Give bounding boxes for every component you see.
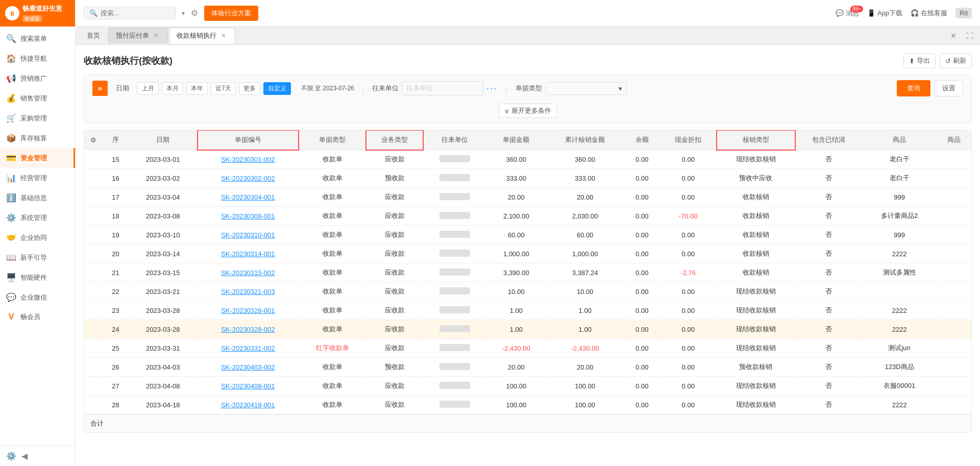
- sidebar-item-label: 企业协同: [20, 233, 47, 242]
- data-table: ⚙ 序 日期 单据编号 单据类型 业务类型 往来单位 单据金额 累计核销金额 余…: [84, 130, 972, 433]
- table-cell: 1.00: [486, 320, 546, 339]
- date-more-btn[interactable]: 更多: [239, 82, 260, 95]
- voucher-no-link[interactable]: SK-20230314-001: [221, 250, 275, 258]
- filter-expand-button[interactable]: »: [92, 81, 108, 96]
- headset-icon: 🎧: [911, 9, 919, 17]
- dropdown-arrow-icon[interactable]: ▾: [182, 10, 185, 17]
- tab-prepay-close-icon[interactable]: ✕: [152, 32, 160, 40]
- date-this-month-btn[interactable]: 本月: [162, 82, 183, 95]
- voucher-no-link[interactable]: SK-20230310-001: [221, 231, 275, 239]
- notification-badge: 99+: [850, 6, 863, 12]
- sidebar-item-sales[interactable]: 💰 销售管理: [0, 88, 75, 108]
- table-cell: 123D商品: [863, 358, 936, 377]
- sidebar-item-basic[interactable]: ℹ️ 基础信息: [0, 188, 75, 208]
- voucher-no-link[interactable]: SK-20230315-002: [221, 269, 275, 277]
- voucher-no-link[interactable]: SK-20230408-001: [221, 382, 275, 390]
- table-cell: 60.00: [486, 226, 546, 244]
- sidebar-item-operations[interactable]: 📊 经营管理: [0, 168, 75, 188]
- tab-collection[interactable]: 收款核销执行 ✕: [169, 28, 235, 43]
- notification-button[interactable]: 💬 消息 99+: [836, 9, 859, 18]
- date-this-year-btn[interactable]: 本年: [186, 82, 208, 95]
- table-scroll[interactable]: ⚙ 序 日期 单据编号 单据类型 业务类型 往来单位 单据金额 累计核销金额 余…: [84, 130, 971, 414]
- table-cell: 21: [103, 263, 129, 282]
- voucher-no-link[interactable]: SK-20230403-002: [221, 363, 275, 371]
- tab-expand-icon[interactable]: ⛶: [964, 30, 976, 42]
- table-cell: 28: [103, 396, 129, 414]
- sidebar-item-hardware[interactable]: 🖥️ 智能硬件: [0, 267, 75, 287]
- sidebar-item-guide[interactable]: 📖 新手引导: [0, 248, 75, 267]
- table-cell: [423, 339, 486, 358]
- table-cell: 否: [795, 188, 863, 207]
- sidebar-item-enterprise[interactable]: 🤝 企业协同: [0, 228, 75, 248]
- chevron-down-icon: ▾: [619, 85, 622, 92]
- expand-more-button[interactable]: ∨ 展开更多条件: [499, 104, 557, 118]
- table-cell: 0.00: [624, 320, 659, 339]
- collapse-icon[interactable]: ◀: [21, 451, 28, 461]
- table-cell: 测试多属性: [863, 263, 936, 282]
- refresh-button[interactable]: ↺ 刷新: [940, 53, 972, 68]
- setting-button[interactable]: 设置: [935, 80, 963, 96]
- table-cell: 360.00: [546, 150, 624, 169]
- table-cell: [84, 301, 103, 320]
- chevron-down-icon: ∨: [504, 107, 509, 115]
- col-writeoff-type-header: 核销类型: [717, 130, 795, 150]
- sidebar-item-label: 企业微信: [20, 293, 47, 302]
- sidebar-item-system[interactable]: ⚙️ 系统管理: [0, 208, 75, 228]
- tab-bar: 首页 预付应付单 ✕ 收款核销执行 ✕ ✕ ⛶: [76, 27, 980, 45]
- sidebar-item-inventory[interactable]: 📦 库存核算: [0, 128, 75, 148]
- counterpart-more-icon[interactable]: ···: [486, 83, 497, 94]
- table-cell: [423, 396, 486, 414]
- blurred-value: [439, 155, 470, 162]
- voucher-no-link[interactable]: SK-20230418-001: [221, 401, 275, 409]
- tab-prepay[interactable]: 预付应付单 ✕: [108, 28, 168, 43]
- export-button[interactable]: ⬆ 导出: [903, 53, 936, 68]
- sidebar-item-member[interactable]: V 畅会员: [0, 307, 75, 327]
- col-gear-header[interactable]: ⚙: [84, 130, 103, 150]
- voucher-no-link[interactable]: SK-20230302-002: [221, 175, 275, 182]
- sidebar-item-wechat[interactable]: 💬 企业微信: [0, 287, 75, 307]
- user-avatar[interactable]: Rit: [955, 8, 972, 18]
- sidebar-item-quicknav[interactable]: 🏠 快捷导航: [0, 48, 75, 68]
- table-cell: 应收款: [366, 244, 423, 263]
- solution-button[interactable]: 体验行业方案: [204, 6, 258, 21]
- voucher-no-link[interactable]: SK-20230308-001: [221, 212, 275, 220]
- app-download-button[interactable]: 📱 App下载: [867, 9, 902, 18]
- table-cell: 2,030.00: [546, 207, 624, 226]
- voucher-type-select[interactable]: ▾: [545, 82, 627, 95]
- tab-home[interactable]: 首页: [80, 28, 107, 43]
- table-cell: 3,387.24: [546, 263, 624, 282]
- sidebar-item-marketing[interactable]: 📢 营销推广: [0, 68, 75, 88]
- col-balance-header: 余额: [624, 130, 659, 150]
- search-input[interactable]: [101, 9, 170, 17]
- settings-icon[interactable]: ⚙️: [6, 451, 16, 461]
- counterpart-input[interactable]: 往来单位: [402, 81, 483, 95]
- date-prev-month-btn[interactable]: 上月: [137, 82, 159, 95]
- table-cell: 现结收款核销: [717, 320, 795, 339]
- voucher-no-link[interactable]: SK-20230301-002: [221, 156, 275, 163]
- table-cell: 预收中应收: [717, 169, 795, 188]
- tab-collection-close-icon[interactable]: ✕: [219, 32, 228, 40]
- voucher-no-link[interactable]: SK-20230321-003: [221, 288, 275, 296]
- wechat-icon: 💬: [6, 292, 16, 302]
- date-7days-btn[interactable]: 近7天: [211, 82, 236, 95]
- sidebar-item-search[interactable]: 🔍 搜索菜单: [0, 29, 75, 48]
- table-cell: 应收款: [366, 207, 423, 226]
- table-row: 162023-03-02SK-20230302-002收款单预收款333.003…: [84, 169, 971, 188]
- online-service-button[interactable]: 🎧 在线客服: [911, 9, 947, 18]
- query-button[interactable]: 查询: [897, 80, 930, 96]
- sidebar-item-purchase[interactable]: 🛒 采购管理: [0, 108, 75, 128]
- voucher-no-link[interactable]: SK-20230328-002: [221, 326, 275, 333]
- table-cell: 衣服00001: [863, 377, 936, 396]
- table-cell: 2023-03-21: [129, 282, 198, 301]
- table-cell: 2222: [863, 396, 936, 414]
- sidebar-item-finance[interactable]: 💳 资金管理: [0, 148, 75, 168]
- table-cell: [423, 358, 486, 377]
- table-cell: 0.00: [624, 226, 659, 244]
- voucher-no-link[interactable]: SK-20230328-001: [221, 307, 275, 314]
- voucher-no-link[interactable]: SK-20230304-001: [221, 193, 275, 201]
- settings-gear-icon[interactable]: ⚙: [191, 8, 198, 18]
- voucher-no-link[interactable]: SK-20230331-002: [221, 345, 275, 352]
- date-custom-btn[interactable]: 自定义: [263, 82, 291, 95]
- tab-close-all-icon[interactable]: ✕: [947, 30, 960, 42]
- table-cell: [936, 358, 971, 377]
